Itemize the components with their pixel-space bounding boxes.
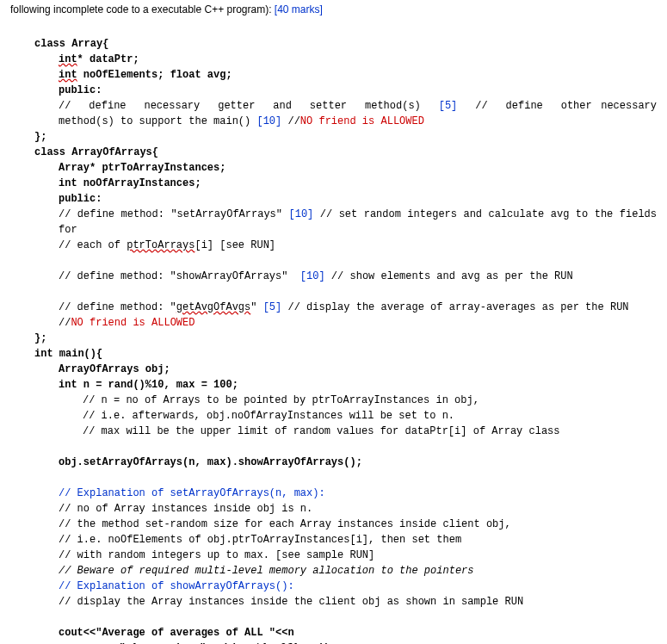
intro-text: following incomplete code to a executabl… <box>10 3 275 15</box>
intro-marks: [40 marks] <box>275 3 323 15</box>
code-line: // define method: "showArrayOfArrays" [1… <box>59 269 657 284</box>
code-line: int noOfArrayInstances; <box>59 176 657 191</box>
code-line: }; <box>34 332 46 344</box>
code-line: class Array{ <box>34 38 108 50</box>
code-line: // no of Array instances inside obj is n… <box>59 501 657 517</box>
code-line: <<" Arrays is: "<<obj.getAvgOfAvgs(); <box>107 641 657 644</box>
code-line: // display the Array instances inside th… <box>59 594 657 610</box>
code-line: // define method: "setArrayOfArrays" [10… <box>59 207 657 238</box>
code-line: // max will be the upper limit of random… <box>83 424 657 439</box>
code-line: // Explanation of setArrayOfArrays(n, ma… <box>59 486 657 501</box>
code-line: //NO friend is ALLOWED <box>59 315 657 331</box>
code-line: // each of ptrToArrays[i] [see RUN] <box>59 238 657 253</box>
code-line: // with random integers up to max. [see … <box>59 548 657 563</box>
code-line: public: <box>59 83 657 98</box>
code-block: class Array{ int* dataPtr;int noOfElemen… <box>34 21 657 644</box>
code-line: public: <box>59 191 657 207</box>
code-line: int noOfElements; float avg; <box>59 67 657 83</box>
code-line: // define method: "getAvgOfAvgs" [5] // … <box>59 300 657 315</box>
code-line: }; <box>34 131 46 143</box>
code-line: // i.e. afterwards, obj.noOfArrayInstanc… <box>83 408 657 424</box>
code-line: // n = no of Arrays to be pointed by ptr… <box>83 393 657 408</box>
code-line: ArrayOfArrays obj; <box>59 362 657 377</box>
code-line: Array* ptrToArrayInstances; <box>59 160 657 176</box>
code-line: int main(){ <box>34 348 102 360</box>
code-line: // define necessary getter and setter me… <box>59 98 657 129</box>
code-line: // i.e. noOfElements of obj.ptrToArrayIn… <box>59 532 657 548</box>
code-line: int n = rand()%10, max = 100; <box>59 377 657 393</box>
code-line: cout<<"Average of averages of ALL "<<n <box>59 625 657 641</box>
intro-line: following incomplete code to a executabl… <box>10 3 657 15</box>
code-line: int* dataPtr; <box>59 52 657 67</box>
code-line: // the method set-random size for each A… <box>59 517 657 532</box>
code-line: class ArrayOfArrays{ <box>34 146 158 158</box>
code-line: // Explanation of showArrayOfArrays(): <box>59 579 657 594</box>
code-line: obj.setArrayOfArrays(n, max).showArrayOf… <box>59 455 657 470</box>
code-line: // Beware of required multi-level memory… <box>59 563 657 579</box>
